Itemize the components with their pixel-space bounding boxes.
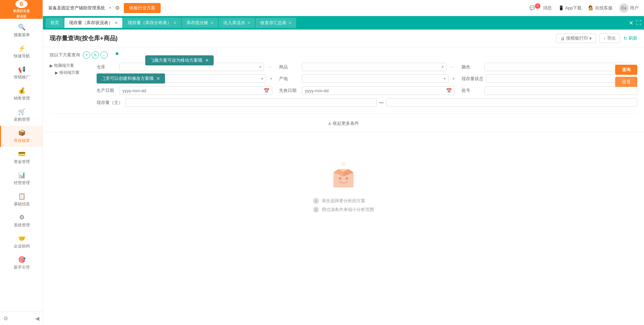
main-inventory-min[interactable]	[125, 98, 377, 107]
sidebar-item-enterprise[interactable]: 🤝 企业协同	[0, 231, 43, 253]
create-scheme-tooltip-text: 这里可以创建和修改方案哦	[101, 75, 154, 82]
warehouse-dots[interactable]: ···	[268, 64, 272, 70]
warehouse-label: 仓库	[97, 64, 117, 70]
inventory-status-input[interactable]	[486, 74, 631, 83]
sidebar-item-marketing[interactable]: 📢 营销推广	[0, 62, 43, 84]
sidebar-item-operation[interactable]: 📊 经营管理	[0, 168, 43, 189]
sidebar-item-inventory[interactable]: 📦 库存核算	[0, 126, 43, 147]
refresh-btn[interactable]: ↻ 刷新	[624, 35, 637, 41]
tab-home[interactable]: 首页	[46, 18, 64, 28]
pc-scheme-label[interactable]: 电脑端方案	[54, 63, 74, 68]
logo-icon: 6	[15, 0, 28, 8]
tab-close-icon[interactable]: ✕	[210, 21, 213, 25]
tab-inventory-status[interactable]: 现存量（库存状况表） ✕	[64, 18, 122, 28]
sidebar-item-quicknav[interactable]: ⚡ 快速导航	[0, 41, 43, 62]
sidebar-item-label: 基础信息	[14, 201, 30, 207]
sidebar-item-guide[interactable]: 🎯 新手引导	[0, 253, 43, 274]
export-icon: ↑	[604, 36, 606, 41]
expiry-date-label: 失效日期	[279, 88, 299, 94]
production-date-calendar-icon[interactable]: 📅	[264, 88, 269, 93]
goods-field: 商品 ···	[279, 63, 455, 71]
create-scheme-tooltip-close[interactable]: ✕	[156, 76, 160, 81]
production-date-field: 生产日期 📅	[97, 86, 272, 95]
tab-close-icon[interactable]: ✕	[247, 21, 250, 25]
filter-row-3: 生产日期 📅 失效日期 📅	[97, 86, 637, 95]
color-label: 颜色	[462, 64, 482, 70]
mobile-icon: 📱	[558, 5, 564, 10]
export-label: 导出	[607, 35, 616, 41]
back-scheme-btn[interactable]: ←	[100, 51, 108, 59]
message-item[interactable]: 💬 6 消息	[530, 5, 552, 11]
main-inventory-max[interactable]	[386, 98, 638, 107]
origin-select-wrap	[302, 74, 448, 83]
enterprise-icon: 🤝	[18, 235, 25, 242]
collapse-btn[interactable]: ∧ 收起更多条件	[50, 118, 637, 129]
reset-btn[interactable]: 设置	[615, 77, 637, 87]
content-area: 现存量查询(按仓库+商品) 🖨 按模板打印 ▾ ↑ 导出 ↻ 刷新	[43, 30, 644, 325]
sidebar-item-label: 营销推广	[14, 74, 30, 80]
empty-hint-1: 1 请先选择要分析的方案	[313, 198, 374, 204]
topbar-gear-icon[interactable]: ⚙	[115, 5, 120, 11]
app-download-item[interactable]: 📱 App下载	[558, 5, 582, 11]
origin-label: 产地	[279, 76, 299, 82]
color-field: 颜色 ▾	[462, 63, 637, 71]
tab-close-icon[interactable]: ✕	[173, 21, 176, 25]
pc-tooltip-close[interactable]: ✕	[205, 58, 209, 63]
goods-dots[interactable]: ···	[450, 64, 455, 70]
system-name: 装备及固定资产辅助管理系统	[48, 5, 105, 11]
sidebar-item-basic[interactable]: 📋 基础信息	[0, 189, 43, 210]
page-title: 现存量查询(按仓库+商品)	[50, 34, 118, 42]
avatar-text: Ea	[622, 6, 627, 10]
tab-close-all-icon[interactable]: ✕	[629, 20, 633, 26]
export-btn[interactable]: ↑ 导出	[599, 34, 621, 43]
sidebar-item-sales[interactable]: 💰 销售管理	[0, 84, 43, 105]
expiry-date-input[interactable]	[305, 88, 446, 93]
tab-close-icon[interactable]: ✕	[115, 21, 118, 25]
goods-input[interactable]	[302, 63, 446, 71]
tab-inventory-dist-label: 现存量（库存分布表）	[128, 20, 171, 26]
filter-label: 按以下方案查询	[50, 52, 80, 58]
search-btn[interactable]: 查询	[615, 65, 637, 75]
sidebar-item-purchase[interactable]: 🛒 采购管理	[0, 105, 43, 126]
search-btn-group: 查询 设置	[615, 65, 637, 87]
add-scheme-btn[interactable]: +	[83, 51, 90, 59]
tab-close-icon[interactable]: ✕	[288, 21, 291, 25]
goods-label: 商品	[279, 64, 299, 70]
sidebar-item-system[interactable]: ⚙ 系统管理	[0, 210, 43, 231]
tab-collect-summary[interactable]: 收发存汇总表 ✕	[256, 18, 296, 28]
color-select-wrap	[484, 63, 631, 71]
tab-batch-ledger[interactable]: 库存批次账 ✕	[182, 18, 218, 28]
sidebar-item-finance[interactable]: 💳 资金管理	[0, 147, 43, 168]
empty-state: 1 请先选择要分析的方案 2 用过滤条件来缩小分析范围	[43, 132, 644, 239]
online-service-item[interactable]: 💁 在线客服	[588, 5, 612, 11]
batch-input[interactable]	[484, 87, 637, 95]
scheme-list: ▶ 电脑端方案 ▶ 移动端方案	[50, 63, 90, 75]
expiry-date-calendar-icon[interactable]: 📅	[446, 88, 452, 93]
user-item[interactable]: Ea 用户	[619, 3, 639, 13]
edit-scheme-btn[interactable]: ✎	[92, 51, 99, 59]
settings-icon[interactable]: ⚙	[3, 315, 8, 322]
tab-fullscreen-icon[interactable]: ⛶	[636, 20, 641, 26]
logo-sublabel: 标准版	[16, 14, 26, 19]
production-date-input[interactable]	[122, 88, 264, 93]
empty-text: 1 请先选择要分析的方案 2 用过滤条件来缩小分析范围	[313, 198, 374, 213]
mobile-scheme-label[interactable]: 移动端方案	[59, 70, 79, 75]
purchase-icon: 🛒	[18, 108, 25, 115]
system-icon: ⚙	[19, 214, 24, 221]
collapse-label: 收起更多条件	[333, 120, 359, 126]
page-header: 现存量查询(按仓库+商品) 🖨 按模板打印 ▾ ↑ 导出 ↻ 刷新	[43, 30, 644, 47]
pc-scheme-arrow: ▶	[50, 63, 53, 68]
tab-inout-flow[interactable]: 出入库流水 ✕	[219, 18, 255, 28]
tab-inventory-dist[interactable]: 现存量（库存分布表） ✕	[123, 18, 181, 28]
expiry-date-input-wrap: 📅	[302, 86, 455, 95]
sidebar-item-search[interactable]: 🔍 搜索菜单	[0, 20, 43, 41]
origin-input[interactable]	[302, 74, 448, 83]
sidebar-item-label: 系统管理	[14, 222, 30, 228]
collapse-icon[interactable]: ◀	[35, 315, 39, 322]
trial-btn[interactable]: 体验行业方案	[124, 3, 161, 13]
svg-point-1	[339, 177, 341, 180]
hint-text-1: 请先选择要分析的方案	[322, 198, 365, 204]
color-input[interactable]	[484, 63, 631, 71]
svg-point-2	[345, 177, 348, 180]
print-btn[interactable]: 🖨 按模板打印 ▾	[556, 34, 596, 43]
